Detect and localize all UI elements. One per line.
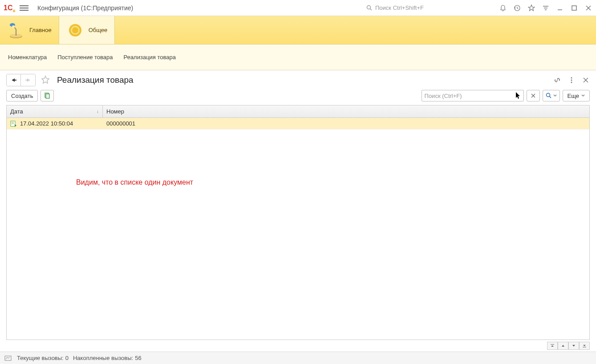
svg-line-2 [370, 8, 372, 10]
nav-item-main[interactable]: Главное [0, 16, 59, 44]
scroll-up-button[interactable] [558, 342, 568, 350]
cursor-icon [515, 92, 521, 100]
scroll-down-button[interactable] [568, 342, 579, 350]
maximize-icon[interactable] [570, 4, 578, 12]
scroll-controls [0, 340, 596, 352]
star-icon[interactable] [527, 4, 535, 12]
cell-number: 000000001 [106, 120, 135, 127]
sort-down-icon: ↓ [97, 109, 99, 114]
search-input[interactable]: Поиск (Ctrl+F) [422, 90, 524, 101]
menu-icon[interactable] [20, 4, 28, 12]
svg-line-37 [6, 357, 7, 359]
nav-panel: Главное Общее [0, 16, 596, 44]
global-search-input[interactable]: Поиск Ctrl+Shift+F [364, 3, 493, 13]
subsection-menu: Номенклатура Поступление товара Реализац… [0, 44, 596, 70]
performance-icon [4, 355, 12, 362]
bell-icon[interactable] [499, 4, 507, 12]
chevron-down-icon [581, 94, 585, 97]
clear-search-button[interactable] [527, 90, 540, 101]
logo-1c-icon: 1С [4, 4, 15, 12]
svg-point-14 [12, 25, 15, 28]
current-calls-label: Текущие вызовы: [17, 355, 64, 361]
toolbar: Создать Поиск (Ctrl+F) Еще [0, 89, 596, 105]
nav-item-general[interactable]: Общее [59, 16, 115, 44]
search-dropdown-button[interactable] [543, 90, 560, 101]
current-calls-value: 0 [65, 355, 69, 361]
subsection-item-receipt[interactable]: Поступление товара [57, 54, 113, 61]
svg-line-38 [7, 357, 8, 358]
svg-point-22 [571, 82, 572, 83]
copy-icon [44, 92, 51, 99]
search-icon [546, 93, 552, 99]
search-icon [366, 5, 373, 11]
nav-label: Главное [29, 27, 52, 33]
svg-line-30 [549, 97, 551, 98]
titlebar: 1С Конфигурация (1С:Предприятие) Поиск C… [0, 0, 596, 16]
page-header: Реализация товара [0, 70, 596, 89]
table-header: Дата ↓ Номер [7, 105, 589, 118]
svg-point-1 [367, 5, 371, 9]
svg-text:1С: 1С [4, 4, 13, 12]
table-row[interactable]: 17.04.2022 10:50:04 000000001 [7, 118, 589, 129]
page-title: Реализация товара [57, 75, 134, 85]
subsection-item-nomenclature[interactable]: Номенклатура [8, 54, 47, 61]
scroll-top-button[interactable] [547, 342, 558, 350]
app-title: Конфигурация (1С:Предприятие) [37, 4, 133, 12]
statusbar: Текущие вызовы: 0 Накопленные вызовы: 56 [0, 352, 596, 364]
more-vertical-icon[interactable] [568, 76, 576, 84]
filter-icon[interactable] [542, 4, 550, 12]
nav-back-button[interactable] [7, 74, 21, 86]
coin-icon [66, 21, 84, 39]
svg-rect-26 [46, 94, 49, 98]
accumulated-calls-label: Накопленные вызовы: [73, 355, 133, 361]
scroll-bottom-button[interactable] [579, 342, 590, 350]
svg-point-20 [571, 77, 572, 79]
svg-point-21 [571, 80, 572, 81]
document-icon [10, 121, 17, 127]
create-button[interactable]: Создать [6, 90, 38, 101]
nav-arrows [6, 74, 36, 86]
history-icon[interactable] [513, 4, 521, 12]
close-icon[interactable] [584, 4, 592, 12]
desk-lamp-icon [7, 21, 25, 39]
copy-button[interactable] [41, 90, 54, 101]
accumulated-calls-value: 56 [135, 355, 141, 361]
chevron-down-icon [553, 94, 557, 97]
nav-forward-button[interactable] [21, 74, 35, 86]
favorite-star-icon[interactable] [41, 75, 51, 85]
minimize-icon[interactable] [556, 4, 564, 12]
link-icon[interactable] [553, 76, 561, 84]
subsection-item-sale[interactable]: Реализация товара [124, 54, 176, 61]
annotation-text: Видим, что в списке один документ [76, 178, 589, 186]
svg-line-39 [8, 357, 10, 358]
cell-date: 17.04.2022 10:50:04 [20, 120, 73, 127]
svg-point-17 [72, 27, 78, 33]
svg-point-29 [546, 93, 550, 97]
nav-label: Общее [89, 27, 108, 33]
column-header-number[interactable]: Номер [103, 105, 589, 117]
close-tab-icon[interactable] [582, 76, 590, 84]
column-header-date[interactable]: Дата ↓ [7, 105, 103, 117]
table: Дата ↓ Номер 17.04.2022 10:50:04 0000000… [6, 105, 590, 340]
more-button[interactable]: Еще [563, 90, 590, 101]
svg-rect-8 [572, 6, 576, 10]
table-body: 17.04.2022 10:50:04 000000001 Видим, что… [7, 118, 589, 340]
svg-rect-36 [5, 356, 11, 360]
